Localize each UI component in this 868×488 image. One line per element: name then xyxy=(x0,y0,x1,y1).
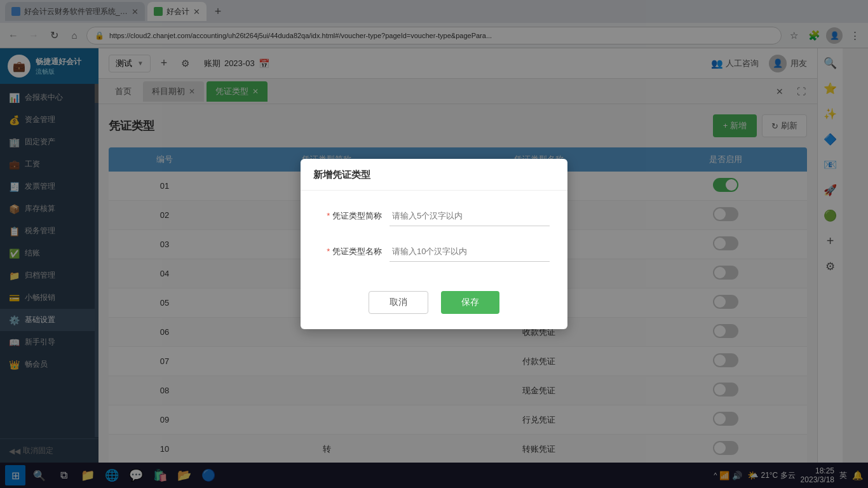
modal-header: 新增凭证类型 xyxy=(301,159,567,191)
cancel-button[interactable]: 取消 xyxy=(369,291,428,314)
modal-overlay[interactable]: 新增凭证类型 * 凭证类型简称 * 凭证类型名称 取消 保存 xyxy=(0,0,868,488)
full-name-input[interactable] xyxy=(390,241,550,262)
modal-body: * 凭证类型简称 * 凭证类型名称 xyxy=(301,191,567,283)
form-row-full-name: * 凭证类型名称 xyxy=(318,241,550,262)
form-row-short-name: * 凭证类型简称 xyxy=(318,206,550,226)
modal: 新增凭证类型 * 凭证类型简称 * 凭证类型名称 取消 保存 xyxy=(301,159,567,329)
modal-footer: 取消 保存 xyxy=(301,283,567,329)
short-name-label: * 凭证类型简称 xyxy=(318,210,382,222)
save-button[interactable]: 保存 xyxy=(441,291,499,314)
full-name-label: * 凭证类型名称 xyxy=(318,246,382,257)
short-name-input[interactable] xyxy=(390,206,550,226)
